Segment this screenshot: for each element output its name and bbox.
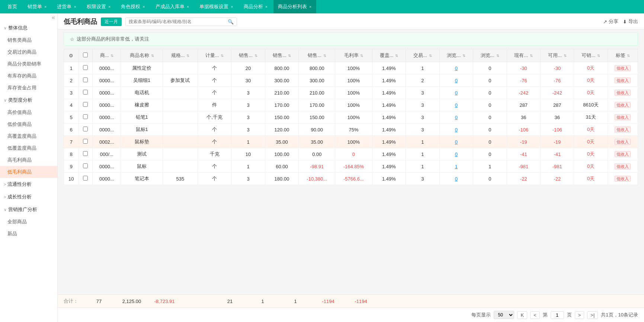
row-views1[interactable]: 0 [439,62,473,74]
row-checkbox[interactable] [79,62,93,74]
sort-icon-sellable[interactable]: ⇅ [596,54,600,58]
col-header-available[interactable]: 可用... ⇅ [541,49,574,62]
sort-icon-name[interactable]: ⇅ [150,54,154,58]
row-checkbox[interactable] [79,124,93,136]
last-page-button[interactable]: >| [587,311,598,319]
close-icon[interactable]: × [187,4,189,9]
row-views1[interactable]: 0 [439,148,473,160]
nav-item[interactable]: 权限设置× [82,0,115,13]
row-checkbox-input[interactable] [83,139,88,144]
sidebar-item-0-4[interactable]: 库存资金占用 [0,82,57,94]
row-checkbox-input[interactable] [83,163,88,168]
col-header-views1[interactable]: 浏览... ⇅ [439,49,473,62]
sort-icon-sales_qty[interactable]: ⇅ [253,54,257,58]
close-icon[interactable]: × [108,4,110,9]
sort-icon-spec[interactable]: ⇅ [185,54,189,58]
sidebar-item-4-1[interactable]: 新品 [0,228,57,240]
close-icon[interactable]: × [74,4,76,9]
col-header-trade[interactable]: 交易... ⇅ [406,49,439,62]
row-checkbox-input[interactable] [83,127,88,131]
row-checkbox[interactable] [79,87,93,99]
sort-icon-code[interactable]: ⇅ [109,54,113,58]
sort-icon-sales_amount[interactable]: ⇅ [322,54,326,58]
col-header-views2[interactable]: 浏览... ⇅ [473,49,507,62]
search-input[interactable] [129,19,225,24]
row-views1[interactable]: 0 [439,111,473,124]
row-checkbox-input[interactable] [83,102,88,107]
nav-item[interactable]: 销货单× [23,0,51,13]
close-icon[interactable]: × [265,4,267,9]
sidebar-group-3[interactable]: > 成长性分析 [0,191,57,203]
close-icon[interactable]: × [142,4,145,9]
col-header-spec[interactable]: 规格... ⇅ [163,49,198,62]
sidebar-group-2[interactable]: > 流通性分析 [0,178,57,191]
sidebar-group-4[interactable]: ∨ 营销推广分析 [0,203,57,216]
row-checkbox[interactable] [79,173,93,185]
row-checkbox-input[interactable] [83,65,88,70]
search-icon[interactable]: 🔍 [228,19,234,25]
row-views1[interactable]: 0 [439,136,473,148]
sidebar-item-1-1[interactable]: 低价值商品 [0,118,57,130]
nav-item[interactable]: 角色授权× [116,0,149,13]
row-checkbox-input[interactable] [83,176,88,181]
row-views1[interactable]: 0 [439,124,473,136]
select-all-checkbox[interactable] [83,52,88,57]
row-views1[interactable]: 0 [439,99,473,111]
page-number-input[interactable] [551,311,564,319]
col-header-sales_price[interactable]: 销售... ⇅ [265,49,298,62]
col-header-tag[interactable]: 标签 ⇅ [608,49,638,62]
sidebar-item-0-0[interactable]: 销售类商品 [0,34,57,46]
col-header-gross_margin[interactable]: 毛利率 ⇅ [335,49,372,62]
sort-icon-sales_price[interactable]: ⇅ [287,54,291,58]
nav-item[interactable]: 产成品入库单× [151,0,193,13]
col-header-sales_qty[interactable]: 销售... ⇅ [231,49,265,62]
row-checkbox-input[interactable] [83,90,88,95]
col-header-current_stock[interactable]: 现有... ⇅ [507,49,540,62]
col-header-settings[interactable]: ⚙ [64,49,79,62]
sort-icon-views1[interactable]: ⇅ [461,54,465,58]
nav-item[interactable]: 单据模板设置× [195,0,237,13]
sidebar-item-1-0[interactable]: 高价值商品 [0,106,57,118]
first-page-button[interactable]: K [517,311,527,319]
sidebar-collapse-button[interactable]: « [0,13,57,22]
row-views1[interactable]: 0 [439,74,473,87]
row-views1[interactable]: 0 [439,173,473,185]
sort-icon-tag[interactable]: ⇅ [626,54,630,58]
row-checkbox[interactable] [79,160,93,173]
sidebar-group-1[interactable]: ∨ 类型度分析 [0,94,57,106]
row-checkbox[interactable] [79,111,93,124]
col-header-unit[interactable]: 计量... ⇅ [198,49,231,62]
row-views1[interactable]: 0 [439,87,473,99]
sidebar-item-0-1[interactable]: 交易过的商品 [0,46,57,58]
close-icon[interactable]: × [231,4,233,9]
sort-icon-unit[interactable]: ⇅ [220,54,224,58]
time-filter-button[interactable]: 近一月 [101,17,122,26]
nav-item[interactable]: 进货单× [52,0,80,13]
row-views1[interactable]: 1 [439,160,473,173]
col-header-name[interactable]: 商品名称 ⇅ [121,49,163,62]
nav-item[interactable]: 商品分析× [239,0,272,13]
sidebar-item-4-0[interactable]: 全部商品 [0,216,57,228]
close-icon[interactable]: × [44,4,47,9]
col-header-sellable[interactable]: 可销... ⇅ [574,49,608,62]
export-button[interactable]: ⬇ 导出 [623,18,638,25]
col-header-checkbox[interactable] [79,49,93,62]
next-page-button[interactable]: > [575,311,584,319]
sort-icon-available[interactable]: ⇅ [563,54,567,58]
row-checkbox[interactable] [79,136,93,148]
sort-icon-coverage[interactable]: ⇅ [394,54,398,58]
nav-item[interactable]: 首页 [3,0,22,13]
col-header-coverage[interactable]: 覆盖... ⇅ [372,49,406,62]
sidebar-group-0[interactable]: ∨ 整体信息 [0,22,57,34]
sort-icon-gross_margin[interactable]: ⇅ [359,54,363,58]
search-box[interactable]: 🔍 [125,17,237,26]
sort-icon-current_stock[interactable]: ⇅ [529,54,533,58]
prev-page-button[interactable]: < [530,311,540,319]
col-header-sales_amount[interactable]: 销售... ⇅ [299,49,335,62]
close-icon[interactable]: × [309,4,311,9]
row-checkbox[interactable] [79,99,93,111]
share-button[interactable]: ↗ 分享 [603,18,618,25]
sidebar-item-1-5[interactable]: 低毛利商品 [0,166,57,178]
sidebar-item-1-4[interactable]: 高毛利商品 [0,154,57,166]
row-checkbox-input[interactable] [83,77,88,82]
